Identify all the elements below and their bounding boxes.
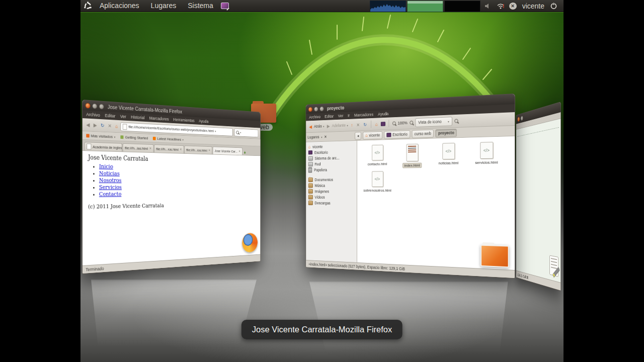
close-button[interactable]: [308, 107, 312, 112]
system-monitor-applet[interactable]: [370, 1, 480, 11]
breadcrumb-scroll-left[interactable]: ◂: [355, 132, 361, 140]
stop-icon[interactable]: ✕: [107, 123, 113, 129]
places-selector[interactable]: Lugares ▾ ✕: [307, 134, 353, 140]
nt-menu-ver[interactable]: Ver: [338, 114, 344, 118]
volume-icon[interactable]: [485, 3, 492, 9]
sidebar-item-descargas[interactable]: Descargas: [308, 200, 357, 206]
stop-icon[interactable]: ✕: [356, 122, 361, 127]
minimize-button[interactable]: [521, 115, 523, 121]
minimize-button[interactable]: [314, 107, 318, 112]
sidebar-close-icon[interactable]: ✕: [324, 134, 327, 139]
forward-icon[interactable]: ▶: [93, 122, 98, 128]
zoom-in-icon[interactable]: [410, 121, 413, 125]
menu-sistema[interactable]: Sistema: [184, 0, 217, 12]
tab-servicios[interactable]: file:///h...ios.html ✕: [184, 145, 212, 154]
reload-icon[interactable]: ↻: [100, 123, 105, 128]
user-menu[interactable]: vicente: [521, 2, 545, 10]
breadcrumb-escritorio[interactable]: Escritorio: [384, 130, 410, 139]
file-noticias[interactable]: </> noticias.html: [430, 142, 467, 167]
link-inicio[interactable]: Inicio: [99, 163, 113, 170]
ff-menu-archivo[interactable]: Archivo: [86, 112, 100, 118]
breadcrumb-vicente[interactable]: ⌂ vicente: [363, 131, 382, 139]
link-servicios[interactable]: Servicios: [99, 184, 122, 191]
nt-menu-editar[interactable]: Editar: [325, 114, 334, 119]
back-icon[interactable]: ◀: [85, 122, 91, 127]
link-contacto[interactable]: Contacto: [99, 191, 122, 198]
ff-menu-marcadores[interactable]: Marcadores: [149, 116, 169, 122]
back-button[interactable]: ◀ Atrás ▾: [308, 124, 325, 129]
close-button[interactable]: [85, 103, 90, 109]
breadcrumb-label: curso web: [415, 131, 431, 137]
nt-menu-archivo[interactable]: Archivo: [309, 115, 320, 120]
gedit-window[interactable]: Lín 2, Col 38: [516, 102, 561, 291]
file-sobrenosotros[interactable]: </> sobrenosotros.html: [360, 171, 394, 193]
nt-menu-marcadores[interactable]: Marcadores: [354, 112, 373, 118]
bookmark-mas-visitados[interactable]: Más visitados ▾: [86, 133, 115, 139]
sidebar-label: Papelera: [314, 167, 327, 172]
file-contacto[interactable]: </> contacto.html: [360, 144, 394, 168]
ubuntu-logo-icon[interactable]: [84, 2, 92, 10]
tab-academia[interactable]: Academia de ingles ✕: [85, 142, 122, 151]
maximize-button[interactable]: [319, 106, 324, 111]
nautilus-overlay-folder-icon: [480, 245, 509, 268]
nautilus-window[interactable]: proyecto Archivo Editar Ver Ir Marcadore…: [306, 94, 515, 279]
search-dropdown-icon[interactable]: ▾: [240, 131, 241, 134]
sidebar-item-imagenes[interactable]: Imágenes: [308, 188, 357, 194]
firefox-launcher-icon[interactable]: [232, 2, 240, 10]
me-menu-status-icon[interactable]: ✕: [509, 3, 517, 10]
search-box[interactable]: ▾: [234, 128, 259, 137]
reload-icon[interactable]: ↻: [363, 122, 368, 127]
bookmark-getting-started[interactable]: Getting Started: [121, 135, 148, 140]
tab-nosotros[interactable]: file:///h...ros.html ✕: [154, 144, 184, 153]
zoom-level[interactable]: 100%: [398, 121, 408, 126]
view-mode-select[interactable]: Vista de icono ▾: [415, 117, 452, 127]
new-tab-icon[interactable]: +: [243, 150, 247, 155]
url-dropdown-icon[interactable]: ▾: [215, 130, 216, 133]
file-servicios[interactable]: </> servicios.html: [467, 141, 506, 167]
nt-menu-ir[interactable]: Ir: [348, 113, 350, 118]
tab-close-icon[interactable]: ✕: [208, 149, 210, 152]
close-button[interactable]: [517, 116, 520, 122]
home-icon[interactable]: ⌂: [114, 123, 119, 129]
firefox-window[interactable]: Jose Vicente Carratala-Mozilla Firefox A…: [82, 100, 261, 274]
link-nosotros[interactable]: Nosotros: [99, 177, 122, 184]
breadcrumb-curso-web[interactable]: curso web: [412, 129, 434, 138]
menu-aplicaciones[interactable]: Aplicaciones: [96, 0, 143, 12]
file-index-selected[interactable]: index.html: [394, 143, 430, 168]
maximize-button[interactable]: [99, 104, 104, 109]
menu-lugares[interactable]: Lugares: [147, 0, 181, 12]
tab-close-icon[interactable]: ✕: [149, 147, 151, 151]
firefox-page-content: Jose Vicente Carratala Inicio Noticias N…: [83, 151, 260, 265]
ff-menu-ayuda[interactable]: Ayuda: [199, 119, 208, 124]
screen-recorder-icon[interactable]: [221, 3, 229, 9]
zoom-out-icon[interactable]: [392, 121, 396, 125]
network-graph: [444, 1, 480, 12]
tab-noticias[interactable]: file:///h...ias.html ✕: [123, 143, 154, 152]
tab-close-icon[interactable]: ✕: [238, 150, 240, 153]
sidebar-item-videos[interactable]: Vídeos: [308, 194, 357, 200]
ff-menu-ver[interactable]: Ver: [120, 114, 126, 119]
search-icon[interactable]: [454, 119, 458, 123]
sidebar-item-musica[interactable]: Música: [308, 183, 357, 189]
ff-menu-editar[interactable]: Editar: [105, 113, 116, 119]
home-icon[interactable]: ⌂: [374, 121, 378, 126]
link-noticias[interactable]: Noticias: [99, 170, 120, 176]
back-icon: ◀: [308, 124, 313, 129]
tab-close-icon[interactable]: ✕: [180, 148, 182, 152]
gedit-text-area[interactable]: [516, 119, 561, 283]
bookmark-latest-headlines[interactable]: Latest Headlines ▾: [153, 136, 184, 142]
power-icon[interactable]: [550, 2, 557, 10]
forward-button[interactable]: ▶ Adelante ▾: [326, 123, 348, 129]
breadcrumb-proyecto[interactable]: proyecto: [436, 128, 457, 137]
up-icon[interactable]: ↑: [350, 122, 354, 127]
nt-menu-ayuda[interactable]: Ayuda: [378, 112, 388, 117]
network-wifi-icon[interactable]: [497, 3, 505, 9]
sidebar-item-papelera[interactable]: Papelera: [308, 166, 357, 173]
chevron-down-icon: ▾: [321, 135, 322, 138]
computer-icon[interactable]: [381, 122, 385, 126]
sidebar-item-documentos[interactable]: Documentos: [308, 176, 357, 183]
tab-index-active[interactable]: Jose Vicente Car... ✕: [213, 146, 243, 155]
ff-menu-historial[interactable]: Historial: [131, 115, 145, 120]
ff-menu-herramientas[interactable]: Herramientas: [173, 117, 194, 123]
minimize-button[interactable]: [92, 103, 97, 109]
